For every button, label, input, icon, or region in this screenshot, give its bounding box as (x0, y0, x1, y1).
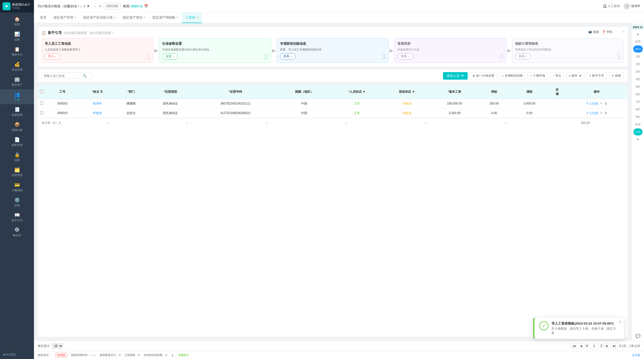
row1-performance: 3,000.00 (510, 99, 549, 108)
calendar-chat-icon[interactable]: 💬 (633, 332, 642, 339)
row1-checkbox-cell[interactable] (38, 99, 45, 108)
sort-icon[interactable]: ⇅ (100, 90, 103, 93)
filter-icon[interactable]: ▼ (412, 90, 415, 93)
last-page-button[interactable]: ▶| (612, 343, 618, 349)
sidebar-item-invoices[interactable]: 🧾 发票管理 (0, 104, 34, 119)
row1-edit-icon[interactable]: ✎ (600, 102, 602, 105)
row2-name-link[interactable]: 李俊杰 (93, 111, 102, 115)
tax-declare-button[interactable]: □ 个税申报 (528, 72, 548, 79)
toast-close-button[interactable]: × (619, 320, 621, 324)
period-selector[interactable]: 账期 2023-11 📅 (123, 4, 148, 9)
row1-name-link[interactable]: 徐泽华 (93, 102, 102, 105)
tab-close-icon[interactable]: × (114, 16, 116, 19)
per-page-select[interactable]: 10 20 50 (52, 343, 63, 349)
wizard-video[interactable]: 📹 视频 ❓ 帮助 (588, 30, 613, 34)
col-measure: 应测 (549, 85, 566, 99)
tab-payroll[interactable]: 工资表 × (182, 13, 202, 23)
row2-basic-salary: 3,200.00 (431, 108, 478, 118)
step1-button[interactable]: 导入＞ (45, 53, 60, 60)
deduction-button[interactable]: + 专项附加扣除 (499, 72, 526, 79)
settings-icon[interactable]: ⚙ (99, 4, 102, 8)
page-suffix: 页 (600, 344, 603, 348)
tab-fixed-assets[interactable]: 固定资产管理 × (50, 13, 80, 23)
calendar-up-arrow[interactable]: ▲ (633, 30, 642, 37)
tab-home[interactable]: 首页 (36, 13, 50, 23)
calendar-month-6[interactable]: 6月 (633, 91, 642, 98)
calendar-month-7[interactable]: 7月 (633, 98, 642, 105)
old-version-button[interactable]: 切到旧版 (104, 3, 120, 9)
sidebar-item-member[interactable]: 🅥 畅会员 (0, 225, 34, 240)
sidebar-item-tax[interactable]: 📄 税务管理 (0, 134, 34, 149)
reauth-button[interactable]: 去充值 (632, 353, 640, 357)
calendar-month-8[interactable]: 8月 (633, 106, 642, 113)
tab-asset-detail[interactable]: 固定资产明细账 × (149, 13, 182, 23)
sidebar-item-reports[interactable]: 📋 报表中心 (0, 44, 34, 59)
sidebar-item-inventory[interactable]: 📦 进销台账 (0, 119, 34, 134)
sidebar-item-ledger[interactable]: 📊 总账 (0, 29, 34, 44)
calendar-month-12[interactable]: 12月 (633, 38, 642, 45)
select-all-checkbox[interactable] (40, 90, 43, 93)
content-area: 📋 新手引导 5步快速完成设置，快去完善信息吧 ~ 📹 视频 ❓ 帮助 × 导入… (34, 23, 644, 341)
tab-depreciation[interactable]: 固定资产折旧统计表 × (80, 13, 119, 23)
step3-button[interactable]: 查看＞ (280, 53, 296, 60)
row2-checkbox-cell[interactable] (38, 108, 45, 118)
tab-asset-type[interactable]: 固定资产类别 × (119, 13, 149, 23)
account-selector[interactable]: 刘小艳演示账套（勿删勿动！）1 ▼ (38, 4, 90, 9)
ai-consult-button[interactable]: 🎧 人工咨询 (603, 4, 620, 8)
tab-close-icon[interactable]: × (177, 16, 178, 19)
row2-checkbox[interactable] (40, 111, 43, 114)
row1-checkbox[interactable] (40, 101, 43, 105)
calendar-month-2[interactable]: 2月 (633, 61, 642, 68)
sidebar-item-settings[interactable]: ⚙️ 设置 (0, 195, 34, 210)
first-page-button[interactable]: |◀ (571, 343, 577, 349)
calendar-month-9[interactable]: 9月 (633, 113, 642, 120)
tab-close-icon[interactable]: × (144, 16, 145, 19)
col-performance: 绩效 (510, 85, 549, 99)
step5-button[interactable]: 查看＞ (515, 53, 531, 60)
add-account-icon[interactable]: ＋ (94, 4, 97, 9)
calendar-month-4[interactable]: 4月 (633, 76, 642, 83)
calendar-month-1[interactable]: 1月 (633, 53, 642, 60)
select-all-header[interactable] (38, 85, 45, 99)
cancel-pin-button[interactable]: ◀ 取消固定 (0, 350, 34, 359)
next-page-button[interactable]: ▶ (604, 343, 610, 349)
calendar-month-10[interactable]: 10月 (633, 121, 642, 128)
sidebar-item-funds[interactable]: 💰 资金管理 (0, 59, 34, 74)
row1-social-link[interactable]: 个人社保 (586, 102, 598, 105)
search-box[interactable]: 🔍 (42, 73, 92, 79)
calendar-down-arrow[interactable]: ▼ (633, 136, 642, 143)
sidebar-item-archive[interactable]: 🗂️ 归档管理 (0, 165, 34, 180)
calendar-month-3[interactable]: 3月 (633, 68, 642, 75)
prev-page-button[interactable]: ◀ (578, 343, 584, 349)
add-person-button[interactable]: 添加人员 ▼ (443, 72, 468, 80)
step2-button[interactable]: 设置＞ (162, 53, 178, 60)
filter-icon[interactable]: ▼ (363, 90, 366, 93)
tab-close-icon[interactable]: × (196, 16, 198, 19)
sidebar-item-home[interactable]: 🏠 首页 (0, 14, 34, 29)
tab-close-icon[interactable]: × (74, 16, 76, 19)
row2-social-link[interactable]: 个人社保 (586, 111, 598, 115)
sidebar-item-guide[interactable]: 📖 新手引导 (0, 210, 34, 225)
calendar-month-11[interactable]: 11月 (633, 128, 642, 135)
social-insurance-button[interactable]: ⚙ 统一社保设置 (470, 72, 497, 79)
more-ops-button[interactable]: ≡ 操作 ▼ (566, 72, 584, 79)
user-profile[interactable]: 人 徐泽华 (624, 3, 640, 10)
search-input[interactable] (44, 74, 82, 78)
wizard-close-button[interactable]: × (623, 30, 625, 34)
row2-edit-icon[interactable]: ✎ (600, 111, 602, 115)
sidebar-item-assets[interactable]: 🏢 固定资产 (0, 74, 34, 89)
calendar-month-5[interactable]: 5月 (633, 83, 642, 90)
sidebar-item-payroll[interactable]: 👥 工资 (0, 89, 34, 104)
avatar: 人 (624, 3, 630, 10)
refresh-button[interactable]: ↻ 刷新 (609, 72, 624, 79)
export-button[interactable]: ↑ 导出 (550, 72, 564, 79)
sidebar-item-expense[interactable]: 💳 小畅报销 (0, 180, 34, 195)
row2-delete-icon[interactable]: 🗑 (605, 111, 608, 115)
row1-delete-icon[interactable]: 🗑 (605, 102, 608, 105)
step4-button[interactable]: 查看＞ (397, 53, 413, 60)
page-input[interactable] (590, 343, 599, 349)
sidebar-item-close[interactable]: 🔒 结账 (0, 149, 34, 165)
row2-id-type: 居民身份证 (147, 108, 194, 118)
calendar-year-badge[interactable]: 2023 (633, 45, 643, 53)
new-guide-button[interactable]: ? 新手引导 (586, 72, 607, 79)
